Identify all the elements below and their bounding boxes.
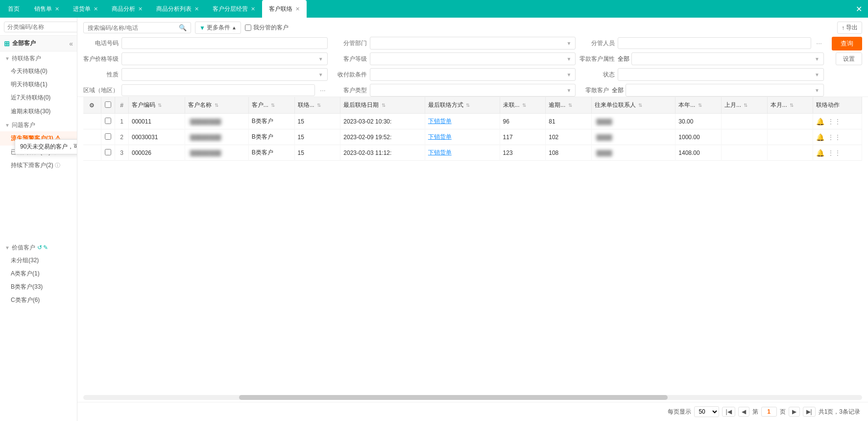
search-input[interactable]: [88, 25, 177, 31]
action-more-icon[interactable]: ⋮⋮: [827, 118, 841, 125]
col-contact: 联络... ⇅: [294, 97, 340, 114]
sort-icon-last-method[interactable]: ⇅: [466, 102, 470, 108]
horizontal-scrollbar[interactable]: [83, 395, 862, 400]
settings-button[interactable]: 设置: [836, 52, 862, 65]
sort-icon-this-year[interactable]: ⇅: [698, 102, 702, 108]
sidebar-item-today-contact[interactable]: 今天待联络(0): [0, 65, 77, 78]
action-contact-icon[interactable]: 🔔: [816, 133, 824, 141]
customer-table: ⚙ # 客户编码 ⇅ 客户名称 ⇅: [83, 97, 862, 161]
col-last-month: 上月... ⇅: [722, 97, 768, 114]
sort-icon-this-month[interactable]: ⇅: [790, 102, 794, 108]
region-input[interactable]: [121, 84, 315, 96]
tab-analysis-close[interactable]: ✕: [138, 6, 143, 12]
branch-select[interactable]: ▼: [370, 37, 576, 50]
col-settings[interactable]: ⚙: [83, 97, 101, 114]
adv-filter-row-3: 性质 ▼ 收付款条件 ▼: [83, 68, 824, 81]
export-button[interactable]: ↑ 导出: [837, 22, 862, 34]
all-customers-header[interactable]: ⊞ 全部客户 «: [0, 36, 77, 51]
select-all-checkbox[interactable]: [105, 101, 111, 108]
window-close-button[interactable]: ✕: [856, 4, 868, 14]
sort-icon-last-date[interactable]: ⇅: [382, 102, 386, 108]
section-at-risk[interactable]: ▼ 问题客户: [0, 118, 77, 131]
region-dots-icon[interactable]: ···: [318, 86, 328, 94]
next-page-button[interactable]: ▶: [789, 407, 800, 417]
action-contact-icon[interactable]: 🔔: [816, 149, 824, 157]
row-contact: 15: [294, 114, 340, 129]
row-checkbox[interactable]: [105, 133, 111, 140]
table-settings-icon[interactable]: ⚙: [89, 102, 95, 109]
row-last-month: [722, 145, 768, 161]
sort-icon-name[interactable]: ⇅: [215, 102, 218, 108]
query-button[interactable]: 查询: [832, 37, 862, 50]
sidebar-item-ungrouped[interactable]: 未分组(32): [0, 254, 77, 267]
sidebar-item-tomorrow-contact[interactable]: 明天待联络(1): [0, 78, 77, 91]
sidebar-item-c-class[interactable]: C类客户(6): [0, 294, 77, 307]
sidebar-search-input[interactable]: [4, 22, 77, 32]
zero-attr-select[interactable]: ▼: [631, 52, 824, 65]
last-page-button[interactable]: ▶|: [803, 407, 816, 417]
tab-customer-contact[interactable]: 客户联络 ✕: [262, 0, 307, 18]
prev-page-button[interactable]: ◀: [738, 407, 749, 417]
row-name: ████████: [185, 145, 248, 161]
tab-analysis-list-close[interactable]: ✕: [194, 6, 199, 12]
tab-analysis[interactable]: 商品分析 ✕: [105, 0, 149, 18]
sort-icon-no-contact[interactable]: ⇅: [522, 102, 526, 108]
row-checkbox[interactable]: [105, 118, 111, 124]
refresh-icon[interactable]: ↺: [37, 244, 42, 251]
row-checkbox[interactable]: [105, 149, 111, 155]
collapse-icon[interactable]: «: [69, 40, 73, 48]
sort-icon-last-month[interactable]: ⇅: [744, 102, 747, 108]
tab-customer-tier-close[interactable]: ✕: [251, 6, 255, 12]
sidebar-item-b-class[interactable]: B类客户(33): [0, 280, 77, 294]
sidebar-item-week-contact[interactable]: 近7天待联络(0): [0, 91, 77, 104]
filter-row-1: 🔍 ▼ 更多条件 ▲ 我分管的客户 ↑ 导出: [83, 22, 862, 34]
action-contact-icon[interactable]: 🔔: [816, 118, 824, 125]
sort-icon-type[interactable]: ⇅: [271, 102, 275, 108]
price-level-select[interactable]: ▼: [121, 52, 328, 65]
scrollbar-thumb[interactable]: [239, 395, 668, 400]
tab-sales-close[interactable]: ✕: [55, 6, 59, 12]
gender-select[interactable]: ▼: [121, 68, 328, 81]
customer-level-select[interactable]: ▼: [370, 52, 576, 65]
sidebar-item-a-class[interactable]: A类客户(1): [0, 267, 77, 280]
tab-customer-contact-close[interactable]: ✕: [295, 6, 300, 12]
tab-customer-tier[interactable]: 客户分层经营 ✕: [206, 0, 262, 18]
customer-type-arrow: ▼: [566, 88, 571, 93]
row-last-method[interactable]: 下销货单: [425, 129, 500, 145]
zero-customer-select[interactable]: ▼: [626, 84, 824, 97]
section-pending-contact[interactable]: ▼ 待联络客户: [0, 51, 77, 65]
tab-purchase[interactable]: 进货单 ✕: [66, 0, 105, 18]
sort-icon-unit-contact[interactable]: ⇅: [638, 102, 642, 108]
search-button-icon[interactable]: 🔍: [179, 24, 187, 31]
tab-analysis-list[interactable]: 商品分析列表 ✕: [149, 0, 206, 18]
row-last-method[interactable]: 下销货单: [425, 114, 500, 129]
table-row: 1 000011 ████████ B类客户 15 2023-03-02 10:…: [83, 114, 862, 129]
tab-sales[interactable]: 销售单 ✕: [27, 0, 66, 18]
first-page-button[interactable]: |◀: [722, 407, 735, 417]
sort-icon-overdue[interactable]: ⇅: [568, 102, 572, 108]
phone-input[interactable]: [121, 37, 328, 49]
manager-dots-icon[interactable]: ···: [814, 39, 824, 47]
per-page-select[interactable]: 50 100: [694, 406, 719, 417]
my-customers-checkbox[interactable]: [245, 25, 251, 31]
sort-icon-code[interactable]: ⇅: [158, 102, 162, 108]
edit-icon[interactable]: ✎: [43, 244, 48, 251]
tab-home[interactable]: 首页: [0, 0, 27, 18]
tab-purchase-close[interactable]: ✕: [94, 6, 98, 12]
row-last-method[interactable]: 下销货单: [425, 145, 500, 161]
payment-select[interactable]: ▼: [370, 68, 576, 81]
more-filter-button[interactable]: ▼ 更多条件 ▲: [195, 22, 241, 34]
blurred-name: ████████: [188, 150, 222, 156]
status-select[interactable]: ▼: [618, 68, 824, 81]
customer-type-select[interactable]: ▼: [370, 84, 576, 97]
action-more-icon[interactable]: ⋮⋮: [827, 133, 841, 141]
manager-input[interactable]: [618, 37, 811, 49]
sidebar-item-overdue-contact[interactable]: 逾期未联络(30): [0, 105, 77, 118]
sidebar-item-declining[interactable]: 持续下滑客户(2) ⓘ: [0, 159, 77, 172]
payment-arrow: ▼: [566, 72, 571, 77]
action-more-icon[interactable]: ⋮⋮: [827, 149, 841, 157]
section-value-customers[interactable]: ▼ 价值客户 ↺ ✎: [0, 241, 77, 254]
row-code: 000011: [128, 114, 185, 129]
page-number-input[interactable]: [761, 407, 777, 417]
sort-icon-contact[interactable]: ⇅: [317, 102, 321, 108]
